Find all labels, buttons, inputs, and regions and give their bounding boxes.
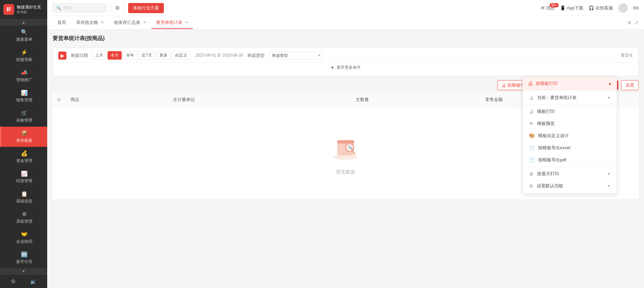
- purchase-icon: 🛒: [21, 110, 28, 116]
- date-btn-prev-month[interactable]: 上月: [92, 51, 106, 60]
- tab-close-receipt[interactable]: ✕: [143, 20, 146, 25]
- dropdown-item-label: 模板自定义设计: [538, 133, 569, 139]
- sidebar-item-label: 系统管理: [16, 219, 32, 224]
- dropdown-item-default-func[interactable]: ⚙ 设置默认功能 ▼: [523, 180, 617, 192]
- tabs-right-actions: ✕ ⤢: [627, 20, 639, 26]
- tab-close-batch[interactable]: ✕: [101, 20, 104, 25]
- date-btn-curr-month[interactable]: 本月: [108, 51, 122, 60]
- dropdown-item-template-design[interactable]: 🎨 模板自定义设计: [523, 130, 617, 142]
- sidebar-item-finance[interactable]: 💰 资金管理: [0, 147, 47, 167]
- topbar-right: ✉ 消息 99+ 📱 App下载 🎧 在线客服 Rit: [541, 3, 639, 13]
- date-btn-custom[interactable]: 自定义: [172, 51, 190, 60]
- logo-icon: 好: [3, 4, 14, 15]
- dropdown-item-template-preview[interactable]: 👁 模板预览: [523, 118, 617, 130]
- search-icon: 🔍: [21, 29, 28, 35]
- dropdown-item-display-print[interactable]: 🖥 按显示打印 ▼: [523, 168, 617, 180]
- search-icon: 🔍: [56, 6, 61, 10]
- topbar-divider: [111, 4, 111, 12]
- dropdown-item-template-print[interactable]: 🖨 模板打印: [523, 105, 617, 118]
- service-label: 在线客服: [595, 5, 613, 11]
- dropdown-item-template-pdf[interactable]: 📄 按模板导出pdf: [523, 154, 617, 166]
- sidebar-item-inventory[interactable]: 📦 库存核算: [0, 127, 47, 147]
- dropdown-header: 🖨 按模板打印 ▲: [523, 77, 617, 90]
- table-settings-icon[interactable]: ⚙: [57, 97, 61, 102]
- sidebar-item-sales[interactable]: 📊 销售管理: [0, 86, 47, 106]
- topbar-gear-icon[interactable]: ⚙: [115, 5, 120, 11]
- inventory-icon: 📦: [21, 130, 28, 136]
- logo-name: 畅捷通好生意: [17, 4, 41, 10]
- col-product: 商品: [66, 93, 169, 106]
- sidebar-item-label: 营销推广: [16, 77, 32, 83]
- sidebar-item-collab[interactable]: 🤝 企业协同: [0, 228, 47, 248]
- tab-home[interactable]: 首页: [53, 17, 71, 29]
- sidebar-item-quicknav[interactable]: ⚡ 快捷导航: [0, 46, 47, 66]
- order-type-select-wrap: 单据类型: [269, 52, 323, 60]
- tab-batch-account[interactable]: 库存批次账 ✕: [71, 17, 109, 29]
- dropdown-item-label: 按显示打印: [537, 171, 559, 177]
- tab-order-stats[interactable]: 要货单统计表 ✕: [151, 17, 193, 29]
- dropdown-chevron-icon[interactable]: ▲: [608, 81, 612, 86]
- filter-row: ▶ 单据日期 上月 本月 本年 近7天 更多 自定义 2023-06-01 至 …: [58, 51, 633, 60]
- sidebar-item-system[interactable]: ⚙ 系统管理: [0, 207, 47, 228]
- sidebar-item-label: 新手引导: [16, 259, 32, 265]
- trial-button[interactable]: 体验行业方案: [128, 3, 164, 13]
- template-print-dropdown: 🖨 按模板打印 ▲ 🖨 当前：要货单统计表 ▼ 🖨 模板打印: [523, 77, 617, 194]
- search-box[interactable]: 🔍 搜索: [53, 3, 107, 12]
- sidebar-item-guide[interactable]: 🆕 新手引导: [0, 248, 47, 268]
- date-btn-more[interactable]: 更多: [156, 51, 171, 60]
- dropdown-item-template-excel[interactable]: 📄 按模板导出excel: [523, 142, 617, 154]
- sidebar-scroll-up[interactable]: ▲: [0, 19, 47, 26]
- date-btn-curr-year[interactable]: 本年: [123, 51, 137, 60]
- service-button[interactable]: 🎧 在线客服: [589, 5, 613, 11]
- sidebar-nav: 🔍 搜索菜单 ⚡ 快捷导航 📣 营销推广 📊 销售管理 🛒 采购管理 📦 库存核…: [0, 26, 47, 268]
- sidebar-item-basics[interactable]: 📋 基础信息: [0, 187, 47, 207]
- settings-bottom-icon[interactable]: ⚙: [11, 278, 16, 285]
- sidebar-scroll-down[interactable]: ▼: [0, 268, 47, 275]
- logo-badge: 标准版: [17, 10, 41, 14]
- printer-icon: 🖨: [502, 83, 506, 88]
- tab-label: 库存批次账: [76, 20, 98, 26]
- guide-icon: 🆕: [21, 251, 28, 258]
- dropdown-current-item[interactable]: 🖨 当前：要货单统计表 ▼: [523, 92, 617, 104]
- avatar[interactable]: [618, 3, 628, 13]
- tabs-maximize-icon[interactable]: ⤢: [634, 20, 639, 26]
- display-print-icon: 🖥: [529, 171, 534, 177]
- sidebar-item-marketing[interactable]: 📣 营销推广: [0, 66, 47, 86]
- app-download-button[interactable]: 📱 App下载: [560, 5, 583, 11]
- message-button[interactable]: ✉ 消息 99+: [541, 5, 555, 11]
- current-item-arrow: ▼: [607, 96, 611, 100]
- more-filter-label[interactable]: 要货仓: [621, 53, 633, 58]
- template-preview-icon: 👁: [529, 121, 534, 126]
- username-label: Rit: [633, 5, 639, 10]
- sidebar-item-operations[interactable]: 📈 经营管理: [0, 167, 47, 187]
- dropdown-item-label: 模板预览: [537, 121, 555, 127]
- empty-text: 暂无数据: [336, 169, 355, 175]
- page-content: 要货单统计表(按商品) ▶ 单据日期 上月 本月 本年 近7天 更多 自定义 2…: [47, 30, 644, 288]
- date-filter-label: 单据日期: [70, 53, 88, 59]
- tab-label: 首页: [57, 20, 66, 26]
- col-settings: ⚙: [53, 93, 66, 106]
- dropdown-item-label: 模板打印: [537, 108, 555, 115]
- filter-expand-arrow[interactable]: ▶: [58, 52, 66, 60]
- dropdown-printer-icon: 🖨: [528, 81, 533, 87]
- sidebar-item-purchase[interactable]: 🛒 采购管理: [0, 106, 47, 127]
- sidebar-item-label: 基础信息: [16, 198, 32, 204]
- quicknav-icon: ⚡: [21, 49, 28, 56]
- tab-label: 收发存汇总表: [114, 20, 140, 26]
- date-button-group: 上月 本月 本年 近7天 更多 自定义: [92, 51, 190, 60]
- sound-icon[interactable]: 🔉: [30, 278, 37, 285]
- tab-close-order[interactable]: ✕: [185, 20, 188, 25]
- settings-button[interactable]: 设置: [621, 80, 639, 90]
- default-func-arrow: ▼: [607, 184, 611, 188]
- finance-icon: 💰: [21, 150, 28, 157]
- message-icon: ✉: [541, 5, 545, 10]
- search-placeholder: 搜索: [63, 5, 71, 11]
- order-type-select[interactable]: 单据类型: [269, 52, 323, 60]
- tabs-close-all-icon[interactable]: ✕: [627, 20, 632, 26]
- template-print-icon: 🖨: [529, 109, 534, 114]
- expand-conditions-btn[interactable]: ▼ 展开更多条件: [58, 62, 633, 72]
- tab-receipt-summary[interactable]: 收发存汇总表 ✕: [109, 17, 151, 29]
- date-btn-last7[interactable]: 近7天: [139, 51, 155, 60]
- sidebar-item-search[interactable]: 🔍 搜索菜单: [0, 26, 47, 46]
- col-quantity: 主数量: [352, 93, 481, 106]
